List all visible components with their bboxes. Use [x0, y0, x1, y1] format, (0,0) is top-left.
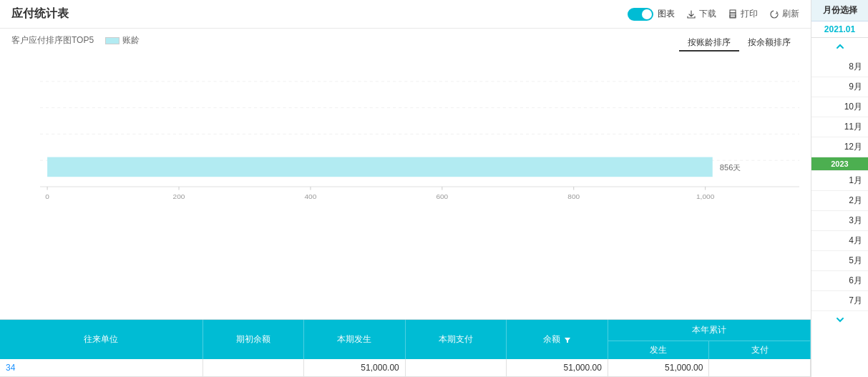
col-header-balance: 余额: [507, 320, 608, 359]
sidebar-item-4[interactable]: 4月: [811, 231, 868, 251]
chart-area: 客户应付排序图TOP5 账龄 按账龄排序 按余额排序: [0, 29, 811, 319]
legend-title: 客户应付排序图TOP5: [11, 34, 94, 46]
sidebar-item-11[interactable]: 11月: [811, 117, 868, 137]
cell-period-pay: [405, 359, 507, 377]
svg-marker-22: [565, 338, 570, 343]
col-header-ytd-pay: 支付: [709, 341, 811, 360]
chart-wrapper: 34 856天 0 200 400 600 800 1,000: [40, 55, 799, 255]
svg-rect-0: [730, 10, 736, 13]
sidebar: 月份选择 2021.01 8月 9月 10月 11月 12月 2023 1月 2…: [811, 0, 868, 377]
col-header-ytd-occur: 发生: [608, 341, 709, 360]
svg-text:856天: 856天: [720, 163, 741, 171]
chart-header: 客户应付排序图TOP5 账龄 按账龄排序 按余额排序: [11, 34, 799, 52]
legend-item: 账龄: [105, 34, 140, 46]
download-label: 下载: [699, 8, 716, 20]
bar-rect: [47, 157, 713, 177]
refresh-label: 刷新: [782, 8, 799, 20]
sidebar-item-10[interactable]: 10月: [811, 97, 868, 117]
chart-toggle-label: 图表: [658, 8, 675, 20]
svg-text:1,000: 1,000: [696, 192, 714, 200]
chart-toggle-switch[interactable]: [628, 8, 653, 21]
svg-text:600: 600: [436, 192, 448, 200]
legend-label: 账龄: [122, 34, 140, 46]
cell-period-occur: 51,000.00: [304, 359, 406, 377]
print-icon: [728, 9, 738, 19]
page-title: 应付统计表: [11, 6, 69, 21]
cell-balance: 51,000.00: [507, 359, 608, 377]
svg-text:0: 0: [45, 192, 49, 200]
table-wrapper: 往来单位 期初余额 本期发生 本期支付 余额 本年累计: [0, 320, 811, 377]
legend-color-box: [105, 37, 120, 44]
cell-ytd-pay: [709, 359, 811, 377]
cell-unit: 34: [0, 359, 203, 377]
refresh-button[interactable]: 刷新: [769, 8, 799, 20]
chevron-down-icon: [834, 314, 846, 325]
download-button[interactable]: 下载: [686, 8, 716, 20]
sidebar-item-12[interactable]: 12月: [811, 137, 868, 157]
col-header-unit: 往来单位: [0, 320, 203, 359]
table-row: 34 51,000.00 51,000.00 51,000.00: [0, 359, 811, 377]
sort-by-amount-tab[interactable]: 按余额排序: [739, 35, 799, 52]
sidebar-item-9[interactable]: 9月: [811, 77, 868, 97]
svg-text:400: 400: [304, 192, 316, 200]
col-header-period-occur: 本期发生: [304, 320, 406, 359]
nav-up-button[interactable]: [811, 38, 868, 57]
refresh-icon: [769, 9, 779, 19]
filter-icon[interactable]: [564, 336, 571, 343]
sidebar-nav: 8月 9月 10月 11月 12月 2023 1月 2月 3月 4月 5月 6月…: [811, 38, 868, 377]
download-icon: [686, 9, 696, 19]
data-table: 往来单位 期初余额 本期发生 本期支付 余额 本年累计: [0, 320, 811, 377]
col-header-period-pay: 本期支付: [405, 320, 507, 359]
unit-link[interactable]: 34: [6, 363, 15, 373]
chart-toggle-container[interactable]: 图表: [628, 8, 675, 21]
main-content: 应付统计表 图表 下载: [0, 0, 811, 377]
svg-text:200: 200: [173, 192, 185, 200]
table-area: 往来单位 期初余额 本期发生 本期支付 余额 本年累计: [0, 319, 811, 377]
sort-by-balance-tab[interactable]: 按账龄排序: [679, 35, 739, 52]
chart-legend: 客户应付排序图TOP5 账龄: [11, 34, 140, 46]
svg-text:800: 800: [567, 192, 580, 200]
chevron-up-icon: [834, 41, 846, 52]
header: 应付统计表 图表 下载: [0, 0, 811, 29]
sidebar-item-7[interactable]: 7月: [811, 291, 868, 311]
sidebar-year-2023[interactable]: 2023: [811, 157, 868, 171]
sidebar-item-3[interactable]: 3月: [811, 211, 868, 231]
sidebar-item-2[interactable]: 2月: [811, 191, 868, 211]
page-container: 应付统计表 图表 下载: [0, 0, 868, 377]
cell-ytd-occur: 51,000.00: [608, 359, 709, 377]
cell-period-balance: [203, 359, 304, 377]
col-header-ytd: 本年累计: [608, 320, 810, 341]
header-actions: 图表 下载 打印: [628, 8, 799, 21]
sidebar-item-6[interactable]: 6月: [811, 271, 868, 291]
col-header-period-balance: 期初余额: [203, 320, 304, 359]
sidebar-item-5[interactable]: 5月: [811, 251, 868, 271]
bar-chart: 34 856天 0 200 400 600 800 1,000: [40, 55, 799, 220]
sort-tabs: 按账龄排序 按余额排序: [679, 35, 799, 52]
print-label: 打印: [741, 8, 758, 20]
sidebar-item-8[interactable]: 8月: [811, 57, 868, 77]
sidebar-year-value[interactable]: 2021.01: [811, 21, 868, 38]
nav-down-button[interactable]: [811, 311, 868, 331]
sidebar-item-1[interactable]: 1月: [811, 171, 868, 191]
print-button[interactable]: 打印: [728, 8, 758, 20]
sidebar-header: 月份选择: [811, 0, 868, 21]
